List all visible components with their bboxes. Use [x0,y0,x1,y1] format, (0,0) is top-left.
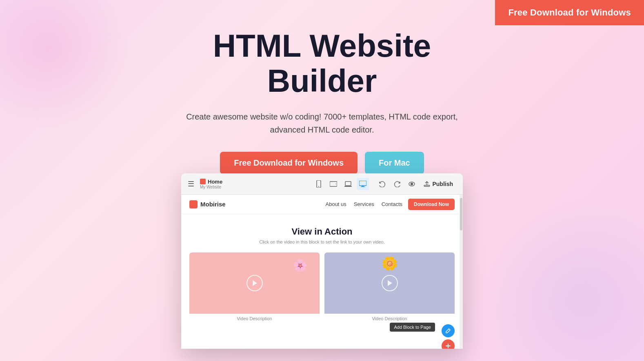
page-info: Home My Website [200,179,222,189]
svg-point-10 [411,183,413,185]
flower-decoration-2: 🌼 [382,256,398,271]
app-brand: Mobirise [189,200,226,208]
app-content: View in Action Click on the video in thi… [181,214,463,349]
hero-buttons: Free Download for Windows For Mac [220,152,424,174]
hero-section: HTML Website Builder Create awesome webs… [0,0,644,174]
undo-button[interactable] [376,178,389,190]
svg-point-3 [336,184,337,184]
svg-point-1 [318,186,319,187]
page-icon [200,179,206,184]
device-tablet-btn[interactable] [327,178,340,190]
page-name: Home [200,179,222,185]
preview-scrollbar[interactable] [460,195,463,349]
device-desktop-btn[interactable] [357,178,369,190]
publish-label: Publish [432,181,453,187]
fab-edit-button[interactable] [442,324,455,337]
nav-links: About us Services Contacts [326,201,403,207]
publish-button[interactable]: Publish [420,179,456,189]
video-grid: 🌸 Video Description 🌼 [189,252,455,321]
nav-download-button[interactable]: Download Now [408,199,455,210]
scrollbar-thumb [460,198,462,230]
preview-button[interactable] [406,178,418,190]
page-subtitle: My Website [200,185,222,189]
menu-icon[interactable]: ☰ [188,179,194,188]
app-preview-window: ☰ Home My Website [181,173,463,349]
app-navbar: Mobirise About us Services Contacts Down… [181,195,463,214]
add-block-tooltip: Add Block to Page [390,323,435,332]
svg-rect-4 [345,182,351,186]
play-icon-2 [382,275,398,291]
fab-add-button[interactable] [442,339,455,349]
download-mac-button[interactable]: For Mac [365,152,424,174]
hero-subtitle: Create awesome website w/o coding! 7000+… [179,110,465,136]
video-card-1[interactable]: 🌸 Video Description [189,252,320,321]
redo-button[interactable] [391,178,403,190]
content-heading: View in Action [189,226,455,237]
fab-buttons [442,324,455,349]
svg-marker-12 [253,280,257,286]
video-thumb-1: 🌸 [189,252,320,314]
svg-rect-11 [424,185,430,186]
device-mobile-btn[interactable] [313,178,325,190]
brand-icon [189,200,198,208]
device-switcher [313,178,369,190]
nav-services[interactable]: Services [354,201,374,207]
video-desc-2: Video Description [324,316,455,321]
brand-name: Mobirise [200,201,226,208]
svg-rect-7 [362,186,364,186]
svg-rect-8 [361,186,365,187]
bg-decoration-right [481,198,644,361]
content-subtext: Click on the video in this block to set … [189,239,455,244]
flower-decoration-1: 🌸 [293,259,307,272]
svg-rect-6 [359,181,366,186]
app-toolbar: ☰ Home My Website [181,173,463,195]
hero-title: HTML Website Builder [163,29,481,99]
toolbar-actions: Publish [376,178,456,190]
svg-marker-13 [388,280,392,286]
nav-about[interactable]: About us [326,201,346,207]
video-desc-1: Video Description [189,316,320,321]
nav-contacts[interactable]: Contacts [382,201,402,207]
video-card-2[interactable]: 🌼 Video Description [324,252,455,321]
video-thumb-2: 🌼 [324,252,455,314]
top-cta-button[interactable]: Free Download for Windows [495,0,644,25]
play-icon-1 [246,275,263,291]
svg-rect-5 [344,186,352,187]
device-laptop-btn[interactable] [342,178,354,190]
download-windows-button[interactable]: Free Download for Windows [220,152,358,174]
fab-area: Add Block to Page [189,324,455,341]
